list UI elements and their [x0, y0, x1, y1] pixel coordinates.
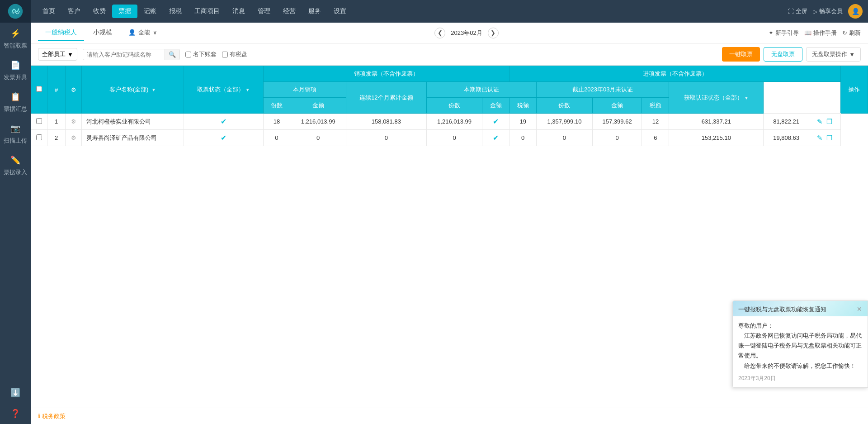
- cell-action: ✎ ❐: [809, 130, 840, 146]
- cell-uncert-amount: 153,215.10: [669, 130, 764, 146]
- nav-billing[interactable]: 收费: [87, 5, 112, 18]
- row-checkbox[interactable]: [36, 118, 42, 124]
- copy-icon[interactable]: ❐: [826, 134, 832, 142]
- th-uncert-amount: 金额: [592, 98, 642, 114]
- prev-month-button[interactable]: ❮: [434, 28, 445, 38]
- copy-icon[interactable]: ❐: [826, 118, 832, 126]
- fullscreen-btn[interactable]: ⛶ 全屏: [788, 7, 807, 15]
- th-monthly-sale: 本月销项: [263, 82, 346, 98]
- tab-right-actions: ✦ 新手引导 📖 操作手册 ↻ 刷新: [769, 29, 861, 37]
- cell-checkbox[interactable]: [31, 114, 47, 130]
- tab-general[interactable]: 一般纳税人: [38, 25, 84, 41]
- nav-invoice[interactable]: 票据: [112, 5, 137, 18]
- edit-icon[interactable]: ✎: [817, 118, 823, 126]
- notification-date: 2023年3月20日: [738, 374, 862, 383]
- sidebar-item-invoice-entry[interactable]: ✏️ 票据录入: [0, 149, 31, 181]
- cell-no: 1: [47, 114, 66, 130]
- sidebar-help[interactable]: ❓: [0, 403, 31, 424]
- nav-service[interactable]: 服务: [302, 5, 327, 18]
- new-guide-link[interactable]: ✦ 新手引导: [769, 29, 799, 37]
- vip-btn[interactable]: ▷ 畅享会员: [813, 7, 843, 15]
- cell-uncert-tax: 19,808.63: [764, 130, 809, 146]
- th-uncertified: 截止2023年03月未认证: [537, 82, 669, 98]
- sale-12m-link[interactable]: 0: [453, 134, 456, 141]
- one-click-fetch-button[interactable]: 一键取票: [722, 47, 760, 62]
- cert-status-filter-icon[interactable]: ▼: [744, 95, 749, 100]
- refresh-link[interactable]: ↻ 刷新: [842, 29, 861, 37]
- search-box: 🔍: [83, 49, 180, 60]
- th-fetch-status: 取票状态（全部）▼: [184, 66, 263, 114]
- refresh-icon: ↻: [842, 29, 847, 36]
- chevron-down-icon: ∨: [153, 29, 157, 36]
- topnav-right: ⛶ 全屏 ▷ 畅享会员 👤: [788, 4, 863, 19]
- search-button[interactable]: 🔍: [165, 49, 179, 60]
- select-all-checkbox[interactable]: [36, 86, 42, 92]
- employee-select[interactable]: 全部员工 ▼: [38, 48, 77, 61]
- tab-all[interactable]: 👤 全能 ∨: [121, 25, 165, 41]
- nav-client[interactable]: 客户: [61, 5, 87, 18]
- sidebar-item-smart-fetch[interactable]: ⚡ 智能取票: [0, 23, 31, 54]
- nav-settings[interactable]: 设置: [327, 5, 353, 18]
- nav-manage[interactable]: 管理: [251, 5, 277, 18]
- cell-uncert-tax: 81,822.21: [764, 114, 809, 130]
- name-account-checkbox[interactable]: [185, 52, 191, 57]
- next-month-button[interactable]: ❯: [488, 28, 499, 38]
- nav-operations[interactable]: 经营: [277, 5, 302, 18]
- fetch-status-check-icon: ✔: [221, 118, 226, 125]
- manual-link[interactable]: 📖 操作手册: [804, 29, 837, 37]
- tabbar: 一般纳税人 小规模 👤 全能 ∨ ❮ 2023年02月 ❯ ✦ 新手引导: [31, 23, 868, 43]
- cell-cert-amount: 1,357,999.10: [537, 114, 593, 130]
- row-checkbox[interactable]: [36, 134, 42, 140]
- tax-disk-checkbox[interactable]: [222, 52, 228, 57]
- logo[interactable]: [0, 0, 31, 23]
- nav-message[interactable]: 消息: [226, 5, 251, 18]
- cell-uncert-count: 6: [642, 130, 669, 146]
- notification-text: 尊敬的用户： 江苏政务网已恢复访问电子税务局功能，易代账一键登陆电子税务局与无盘…: [738, 321, 862, 371]
- notification-body: 尊敬的用户： 江苏政务网已恢复访问电子税务局功能，易代账一键登陆电子税务局与无盘…: [733, 316, 868, 387]
- cell-settings[interactable]: ⚙: [66, 130, 82, 146]
- sidebar-item-scan-upload[interactable]: 📷 扫描上传: [0, 118, 31, 149]
- cell-checkbox[interactable]: [31, 130, 47, 146]
- no-disk-fetch-button[interactable]: 无盘取票: [764, 47, 802, 62]
- cell-fetch-status: ✔: [184, 130, 263, 146]
- book-icon: 📖: [804, 29, 811, 36]
- search-input[interactable]: [83, 49, 165, 60]
- tab-small[interactable]: 小规模: [86, 25, 119, 41]
- name-account-checkbox-label[interactable]: 名下账套: [185, 50, 217, 58]
- nav-business[interactable]: 工商项目: [188, 5, 226, 18]
- cell-fetch-status: ✔: [184, 114, 263, 130]
- name-filter-icon[interactable]: ▼: [151, 87, 156, 92]
- sidebar-item-invoice-summary[interactable]: 📋 票据汇总: [0, 86, 31, 118]
- scan-upload-icon: 📷: [9, 122, 22, 135]
- action-icons: ✎ ❐: [814, 134, 836, 142]
- sidebar-item-issue-invoice[interactable]: 📄 发票开具: [0, 54, 31, 86]
- edit-icon[interactable]: ✎: [817, 134, 823, 142]
- tax-disk-checkbox-label[interactable]: 有税盘: [222, 50, 247, 58]
- cell-sale-count: 0: [263, 130, 290, 146]
- tax-policy-link[interactable]: ℹ 税务政策: [38, 412, 66, 420]
- th-cert-tax: 税额: [509, 98, 537, 114]
- nav-home[interactable]: 首页: [36, 5, 61, 18]
- sale-12m-link[interactable]: 1,216,013.99: [437, 118, 472, 125]
- table-row: 2 ⚙ 灵寿县尚泽矿产品有限公司 ✔ 0 0 0 0 ✔ 0 0 0 6 153…: [31, 130, 868, 146]
- cell-name: 灵寿县尚泽矿产品有限公司: [82, 130, 184, 146]
- cell-cert-status: ✔: [482, 130, 509, 146]
- cell-cert-tax: 157,399.62: [592, 114, 642, 130]
- toolbar-right: 一键取票 无盘取票 无盘取票操作 ▼: [722, 47, 861, 62]
- cell-cert-status: ✔: [482, 114, 509, 130]
- no-disk-ops-button[interactable]: 无盘取票操作 ▼: [806, 47, 861, 62]
- sidebar-download[interactable]: ⬇️: [0, 382, 31, 403]
- cell-settings[interactable]: ⚙: [66, 114, 82, 130]
- invoice-summary-icon: 📋: [9, 91, 22, 103]
- cell-uncert-amount: 631,337.21: [669, 114, 764, 130]
- bottombar: ℹ 税务政策: [31, 408, 868, 424]
- fetch-status-filter-icon[interactable]: ▼: [245, 87, 250, 92]
- info-icon: ℹ: [38, 413, 40, 419]
- notification-popup: 一键报税与无盘取票功能恢复通知 ✕ 尊敬的用户： 江苏政务网已恢复访问电子税务局…: [732, 300, 868, 388]
- user-avatar[interactable]: 👤: [848, 4, 863, 19]
- notification-close-button[interactable]: ✕: [857, 305, 862, 314]
- invoice-table: # ⚙ 客户名称(全部) ▼ 取票状态（全部）▼ 销项发票（不含作废票） 进项发…: [31, 66, 868, 146]
- th-cert-count: 份数: [426, 98, 482, 114]
- nav-bookkeeping[interactable]: 记账: [137, 5, 163, 18]
- nav-tax[interactable]: 报税: [163, 5, 188, 18]
